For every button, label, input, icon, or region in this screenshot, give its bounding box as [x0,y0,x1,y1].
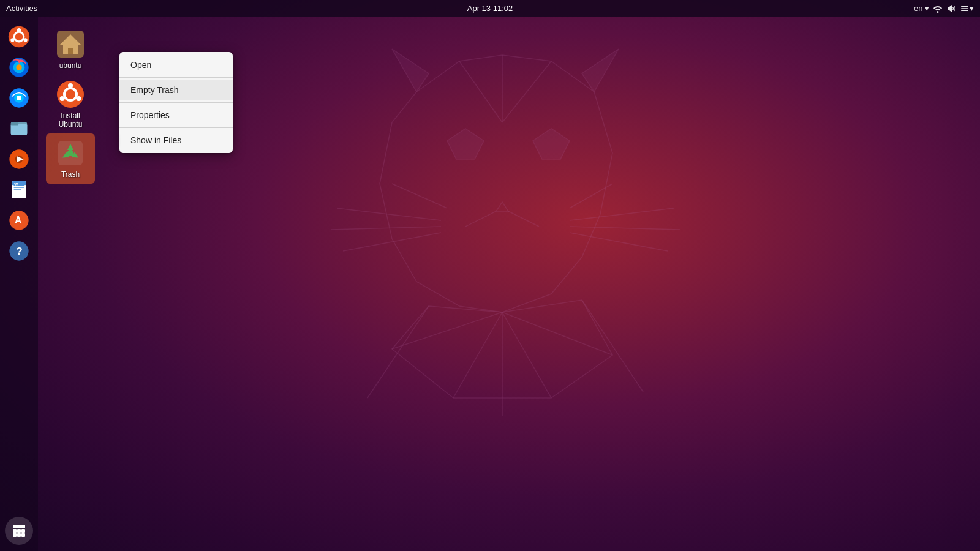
install-ubuntu-icon-label: Install Ubuntu [48,111,92,129]
svg-rect-47 [11,122,19,126]
svg-rect-73 [68,48,73,54]
topbar-datetime: Apr 13 11:02 [467,4,513,13]
svg-line-7 [508,211,539,227]
dock-icon-files[interactable] [5,114,33,143]
dock-icon-appcenter[interactable]: A [5,206,33,234]
svg-rect-66 [17,529,21,533]
trash-icon-label: Trash [61,170,80,179]
dock-icon-writer[interactable]: W [5,176,33,204]
svg-rect-68 [13,533,17,537]
svg-rect-70 [21,533,25,537]
context-menu-open[interactable]: Open [119,54,233,75]
svg-line-9 [331,227,441,230]
svg-rect-32 [961,8,968,9]
svg-marker-29 [447,129,484,159]
svg-point-44 [17,96,21,100]
topbar: Activities Apr 13 11:02 en ▾ ▾ [0,0,980,17]
trash-icon [56,138,85,168]
separator-3 [119,127,233,128]
svg-rect-33 [961,10,968,11]
svg-line-21 [453,312,502,398]
svg-line-12 [570,227,680,230]
svg-rect-54 [13,187,24,188]
svg-point-76 [68,83,73,88]
svg-line-22 [459,61,502,122]
dock: W A ? [0,17,38,551]
volume-icon[interactable] [946,4,956,13]
separator-1 [119,77,233,78]
home-icon [56,29,85,59]
dock-icon-rhythmbox[interactable] [5,145,33,173]
svg-rect-55 [13,189,21,190]
svg-marker-5 [496,202,508,211]
context-menu: Open Empty Trash Properties Show in File… [119,52,233,153]
svg-line-8 [337,208,441,220]
svg-rect-69 [17,533,21,537]
desktop-icon-install-ubuntu[interactable]: Install Ubuntu [46,75,95,133]
dock-icon-thunderbird[interactable] [5,84,33,112]
grid-icon [12,524,26,538]
wifi-icon[interactable] [933,4,943,13]
svg-rect-31 [961,6,968,7]
svg-line-14 [368,306,429,398]
svg-marker-0 [380,55,612,312]
lang-indicator[interactable]: en ▾ [914,4,929,13]
ubuntu-icon-label: ubuntu [59,61,82,70]
svg-line-19 [502,312,612,355]
svg-text:A: A [15,215,21,225]
svg-marker-30 [533,129,570,159]
svg-point-38 [10,38,14,42]
context-menu-empty-trash[interactable]: Empty Trash [119,80,233,100]
svg-line-23 [502,61,551,122]
dock-icon-help[interactable]: ? [5,237,33,265]
svg-marker-27 [392,49,429,92]
context-menu-properties[interactable]: Properties [119,105,233,126]
context-menu-show-in-files[interactable]: Show in Files [119,130,233,151]
activities-label: Activities [6,4,37,13]
svg-point-77 [77,96,81,101]
svg-line-6 [466,211,496,227]
svg-rect-65 [13,529,17,533]
svg-rect-64 [21,525,25,528]
separator-2 [119,102,233,103]
activities-button[interactable]: Activities [0,4,37,13]
svg-line-15 [582,300,643,392]
svg-text:?: ? [16,245,23,257]
svg-line-18 [392,312,502,349]
svg-point-36 [17,28,21,32]
desktop-icons-area: ubuntu Install Ubuntu Trash [46,24,95,184]
svg-line-26 [570,184,612,208]
svg-point-41 [16,64,21,70]
svg-line-11 [570,208,674,220]
topbar-indicators: en ▾ ▾ [914,4,980,13]
svg-line-13 [570,233,668,251]
dock-icon-ubuntu[interactable] [5,23,33,51]
svg-line-20 [502,312,551,398]
desktop-icon-ubuntu[interactable]: ubuntu [46,24,95,75]
system-menu-icon[interactable]: ▾ [960,4,974,13]
svg-line-10 [343,233,441,251]
svg-rect-63 [17,525,21,528]
install-icon [56,80,85,109]
desktop-icon-trash[interactable]: Trash [46,133,95,184]
show-apps-button[interactable] [5,517,33,545]
svg-rect-67 [21,529,25,533]
svg-line-25 [392,184,447,208]
svg-point-78 [60,96,65,101]
dock-icon-firefox[interactable] [5,53,33,81]
svg-rect-46 [11,124,28,135]
svg-text:W: W [14,182,18,186]
svg-rect-62 [13,525,17,528]
svg-marker-28 [582,49,619,92]
svg-point-37 [23,38,27,42]
